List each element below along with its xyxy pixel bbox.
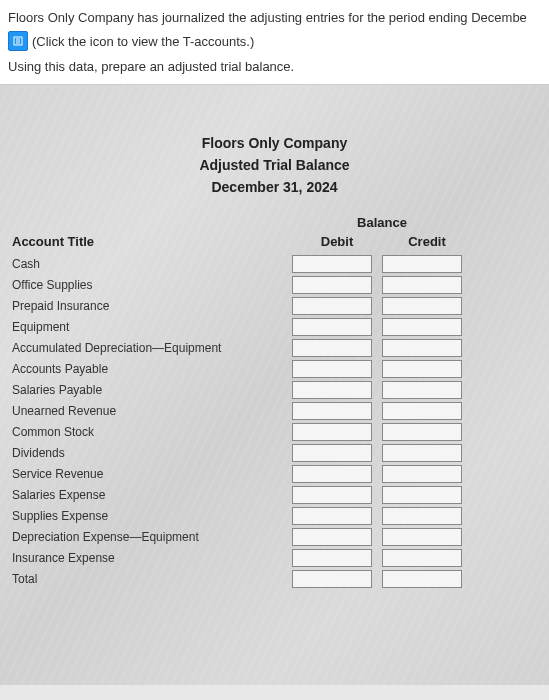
credit-input[interactable] bbox=[382, 570, 462, 588]
account-row: Common Stock bbox=[12, 423, 537, 441]
account-row: Total bbox=[12, 570, 537, 588]
credit-input[interactable] bbox=[382, 465, 462, 483]
account-row: Dividends bbox=[12, 444, 537, 462]
account-label: Supplies Expense bbox=[12, 509, 292, 523]
credit-input[interactable] bbox=[382, 423, 462, 441]
account-label: Service Revenue bbox=[12, 467, 292, 481]
account-row: Accumulated Depreciation—Equipment bbox=[12, 339, 537, 357]
debit-input[interactable] bbox=[292, 402, 372, 420]
account-label: Accumulated Depreciation—Equipment bbox=[12, 341, 292, 355]
credit-input[interactable] bbox=[382, 276, 462, 294]
account-rows: CashOffice SuppliesPrepaid InsuranceEqui… bbox=[12, 255, 537, 588]
account-label: Dividends bbox=[12, 446, 292, 460]
debit-input[interactable] bbox=[292, 423, 372, 441]
debit-input[interactable] bbox=[292, 297, 372, 315]
account-label: Equipment bbox=[12, 320, 292, 334]
debit-input[interactable] bbox=[292, 360, 372, 378]
account-title-header: Account Title bbox=[12, 234, 292, 249]
account-label: Prepaid Insurance bbox=[12, 299, 292, 313]
credit-input[interactable] bbox=[382, 486, 462, 504]
account-row: Prepaid Insurance bbox=[12, 297, 537, 315]
intro-text: Floors Only Company has journalized the … bbox=[8, 10, 541, 25]
credit-input[interactable] bbox=[382, 507, 462, 525]
credit-input[interactable] bbox=[382, 339, 462, 357]
account-label: Total bbox=[12, 572, 292, 586]
account-label: Common Stock bbox=[12, 425, 292, 439]
credit-input[interactable] bbox=[382, 549, 462, 567]
balance-label: Balance bbox=[302, 215, 462, 230]
debit-input[interactable] bbox=[292, 549, 372, 567]
account-row: Accounts Payable bbox=[12, 360, 537, 378]
question-header: Floors Only Company has journalized the … bbox=[0, 0, 549, 85]
account-label: Cash bbox=[12, 257, 292, 271]
column-headers: Account Title Debit Credit bbox=[12, 234, 537, 249]
account-row: Office Supplies bbox=[12, 276, 537, 294]
credit-input[interactable] bbox=[382, 360, 462, 378]
debit-input[interactable] bbox=[292, 486, 372, 504]
credit-input[interactable] bbox=[382, 381, 462, 399]
account-label: Office Supplies bbox=[12, 278, 292, 292]
account-label: Salaries Payable bbox=[12, 383, 292, 397]
debit-input[interactable] bbox=[292, 507, 372, 525]
account-row: Equipment bbox=[12, 318, 537, 336]
debit-input[interactable] bbox=[292, 381, 372, 399]
debit-input[interactable] bbox=[292, 255, 372, 273]
account-row: Unearned Revenue bbox=[12, 402, 537, 420]
trial-balance-worksheet: Floors Only Company Adjusted Trial Balan… bbox=[0, 85, 549, 685]
credit-input[interactable] bbox=[382, 255, 462, 273]
account-row: Supplies Expense bbox=[12, 507, 537, 525]
debit-input[interactable] bbox=[292, 318, 372, 336]
account-row: Service Revenue bbox=[12, 465, 537, 483]
account-label: Salaries Expense bbox=[12, 488, 292, 502]
credit-input[interactable] bbox=[382, 444, 462, 462]
debit-input[interactable] bbox=[292, 339, 372, 357]
debit-input[interactable] bbox=[292, 465, 372, 483]
icon-hint-line: (Click the icon to view the T-accounts.) bbox=[8, 31, 541, 51]
account-row: Insurance Expense bbox=[12, 549, 537, 567]
account-row: Cash bbox=[12, 255, 537, 273]
account-label: Accounts Payable bbox=[12, 362, 292, 376]
debit-header: Debit bbox=[292, 234, 382, 249]
report-date: December 31, 2024 bbox=[12, 179, 537, 195]
credit-input[interactable] bbox=[382, 297, 462, 315]
account-label: Insurance Expense bbox=[12, 551, 292, 565]
credit-header: Credit bbox=[382, 234, 472, 249]
t-accounts-icon[interactable] bbox=[8, 31, 28, 51]
account-label: Unearned Revenue bbox=[12, 404, 292, 418]
debit-input[interactable] bbox=[292, 444, 372, 462]
company-name: Floors Only Company bbox=[12, 135, 537, 151]
credit-input[interactable] bbox=[382, 528, 462, 546]
debit-input[interactable] bbox=[292, 570, 372, 588]
account-row: Salaries Payable bbox=[12, 381, 537, 399]
debit-input[interactable] bbox=[292, 276, 372, 294]
report-name: Adjusted Trial Balance bbox=[12, 157, 537, 173]
account-label: Depreciation Expense—Equipment bbox=[12, 530, 292, 544]
instruction-text: Using this data, prepare an adjusted tri… bbox=[8, 59, 541, 74]
account-row: Depreciation Expense—Equipment bbox=[12, 528, 537, 546]
credit-input[interactable] bbox=[382, 318, 462, 336]
report-title-block: Floors Only Company Adjusted Trial Balan… bbox=[12, 135, 537, 195]
debit-input[interactable] bbox=[292, 528, 372, 546]
balance-group-header: Balance bbox=[302, 215, 537, 234]
credit-input[interactable] bbox=[382, 402, 462, 420]
icon-hint-text: (Click the icon to view the T-accounts.) bbox=[32, 34, 254, 49]
account-row: Salaries Expense bbox=[12, 486, 537, 504]
